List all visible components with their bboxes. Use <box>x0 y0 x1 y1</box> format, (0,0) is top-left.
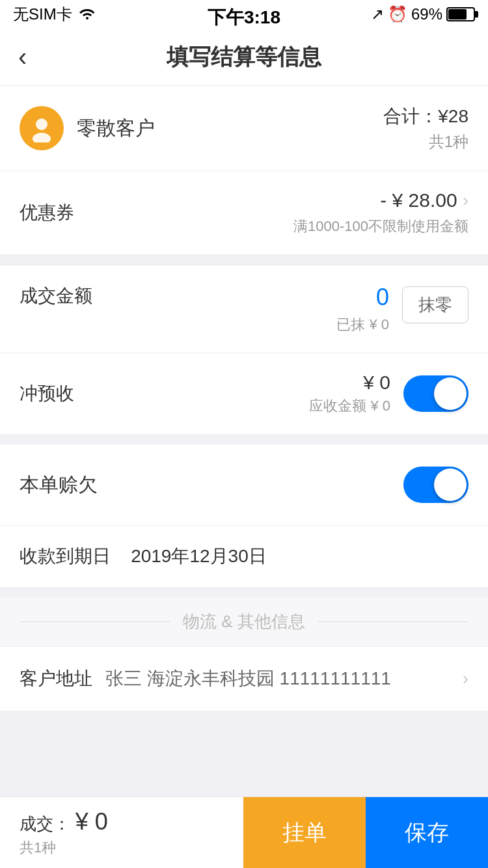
pending-button[interactable]: 挂单 <box>243 797 366 869</box>
debit-toggle[interactable] <box>403 467 468 503</box>
page-title: 填写结算等信息 <box>167 42 321 72</box>
customer-total-section: 合计：¥28 共1种 <box>383 104 468 152</box>
logistics-divider: 物流 & 其他信息 <box>0 597 488 646</box>
prepayment-values: ¥ 0 应收金额 ¥ 0 <box>309 372 390 416</box>
divider-line-left <box>20 621 170 622</box>
svg-point-0 <box>36 118 47 130</box>
divider-line-right <box>318 621 468 622</box>
bottom-amount: ¥ 0 <box>75 808 108 835</box>
customer-name: 零散客户 <box>77 115 155 142</box>
customer-row: 零散客户 合计：¥28 共1种 <box>0 86 488 170</box>
coupon-desc: 满1000-100不限制使用金额 <box>293 217 468 236</box>
coupon-value: - ¥ 28.00 <box>380 189 457 211</box>
coupon-label: 优惠券 <box>20 200 74 225</box>
status-left: 无SIM卡 <box>13 4 97 25</box>
address-row[interactable]: 客户地址 张三 海淀永丰科技园 11111111111 › <box>0 646 488 711</box>
transaction-amount[interactable]: 0 <box>336 284 389 311</box>
prepayment-row: 冲预收 ¥ 0 应收金额 ¥ 0 <box>0 353 488 434</box>
back-button[interactable]: ‹ <box>18 42 27 72</box>
prepayment-sub: 应收金额 ¥ 0 <box>309 396 390 416</box>
chevron-right-icon: › <box>463 190 468 211</box>
round-off-button[interactable]: 抹零 <box>402 286 468 323</box>
transaction-sub: 已抹 ¥ 0 <box>336 315 389 334</box>
customer-info: 零散客户 <box>20 106 155 150</box>
battery-icon <box>446 7 475 21</box>
prepayment-amount: ¥ 0 <box>309 372 390 394</box>
logistics-label: 物流 & 其他信息 <box>183 610 305 633</box>
avatar <box>20 106 64 150</box>
alarm-icon: ⏰ <box>388 5 407 23</box>
toggle-knob <box>434 377 467 410</box>
debit-row: 本单赊欠 <box>0 444 488 525</box>
prepayment-label: 冲预收 <box>20 381 74 406</box>
address-chevron-icon: › <box>463 668 468 689</box>
coupon-row[interactable]: 优惠券 - ¥ 28.00 › 满1000-100不限制使用金额 <box>0 170 488 254</box>
bottom-deal-label: 成交： <box>20 814 70 834</box>
logistics-section: 物流 & 其他信息 客户地址 张三 海淀永丰科技园 11111111111 › <box>0 597 488 711</box>
nav-bar: ‹ 填写结算等信息 <box>0 29 488 86</box>
duedate-label: 收款到期日 <box>20 546 111 566</box>
prepayment-right: ¥ 0 应收金额 ¥ 0 <box>309 372 468 416</box>
transaction-section: 成交金额 0 已抹 ¥ 0 抹零 冲预收 ¥ 0 应收金额 ¥ 0 <box>0 265 488 434</box>
address-label: 客户地址 <box>20 666 92 691</box>
status-bar: 无SIM卡 下午3:18 ↗ ⏰ 69% <box>0 0 488 29</box>
duedate-value: 2019年12月30日 <box>131 546 267 566</box>
duedate-row[interactable]: 收款到期日 2019年12月30日 <box>0 525 488 587</box>
customer-section: 零散客户 合计：¥28 共1种 优惠券 - ¥ 28.00 › 满1000-10… <box>0 86 488 254</box>
svg-point-1 <box>33 133 51 142</box>
status-right: ↗ ⏰ 69% <box>371 5 475 23</box>
customer-total: 合计：¥28 <box>383 104 468 129</box>
wifi-icon <box>77 5 97 23</box>
location-icon: ↗ <box>371 5 384 23</box>
bottom-bar: 成交： ¥ 0 共1种 挂单 保存 <box>0 796 488 868</box>
carrier-label: 无SIM卡 <box>13 4 72 25</box>
bottom-deal-row: 成交： ¥ 0 <box>20 808 224 835</box>
empty-area <box>0 721 488 793</box>
status-time: 下午3:18 <box>208 5 280 30</box>
debit-toggle-knob <box>434 468 467 501</box>
duedate-text: 收款到期日 2019年12月30日 <box>20 546 267 566</box>
debit-label: 本单赊欠 <box>20 472 98 498</box>
bottom-count: 共1种 <box>20 838 224 858</box>
prepayment-toggle[interactable] <box>403 375 468 412</box>
address-value: 张三 海淀永丰科技园 11111111111 <box>105 666 463 691</box>
transaction-row: 成交金额 0 已抹 ¥ 0 抹零 <box>0 265 488 353</box>
battery-label: 69% <box>411 5 442 23</box>
debit-section: 本单赊欠 收款到期日 2019年12月30日 <box>0 444 488 587</box>
bottom-info: 成交： ¥ 0 共1种 <box>0 808 243 858</box>
customer-count: 共1种 <box>383 131 468 152</box>
save-button[interactable]: 保存 <box>366 797 488 869</box>
transaction-label: 成交金额 <box>20 284 92 308</box>
